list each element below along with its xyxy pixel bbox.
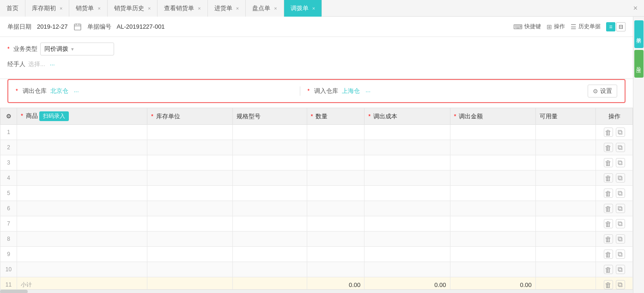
- tab-stocktake[interactable]: 盘点单 ×: [246, 0, 284, 17]
- history-button[interactable]: ☰ 历史单据: [571, 23, 601, 31]
- cell-quantity-5[interactable]: [307, 186, 365, 201]
- cell-cost-4[interactable]: [365, 171, 450, 186]
- copy-icon-3[interactable]: ⧉: [616, 158, 625, 167]
- cell-unit-9[interactable]: [147, 247, 232, 262]
- in-warehouse-more-btn[interactable]: ···: [365, 88, 371, 95]
- copy-icon-4[interactable]: ⧉: [616, 173, 625, 183]
- copy-icon-7[interactable]: ⧉: [616, 219, 625, 228]
- tab-inventory-init-close[interactable]: ×: [60, 6, 62, 11]
- cell-unit-3[interactable]: [147, 155, 232, 171]
- cell-cost-7[interactable]: [365, 216, 450, 232]
- delete-icon-3[interactable]: 🗑: [604, 158, 613, 167]
- cell-cost-3[interactable]: [365, 155, 450, 171]
- tab-inventory-init[interactable]: 库存期初 ×: [25, 0, 69, 17]
- delete-icon-5[interactable]: 🗑: [604, 189, 613, 198]
- cell-available-1[interactable]: [535, 125, 595, 140]
- cell-product-7[interactable]: [17, 216, 147, 232]
- delete-icon-9[interactable]: 🗑: [604, 250, 613, 259]
- scrollbar-thumb[interactable]: [0, 290, 28, 293]
- cell-amount-8[interactable]: [450, 232, 535, 247]
- copy-icon-1[interactable]: ⧉: [616, 128, 625, 137]
- th-gear[interactable]: ⚙: [0, 108, 17, 125]
- cell-quantity-10[interactable]: [307, 262, 365, 277]
- settings-button[interactable]: ⚙ 设置: [588, 85, 617, 98]
- cell-spec-5[interactable]: [233, 186, 307, 201]
- cell-product-10[interactable]: [17, 262, 147, 277]
- tab-sales-order-close[interactable]: ×: [97, 6, 100, 11]
- cell-spec-6[interactable]: [233, 201, 307, 216]
- subtotal-copy-icon[interactable]: ⧉: [616, 280, 625, 289]
- cell-available-5[interactable]: [535, 186, 595, 201]
- cell-product-1[interactable]: [17, 125, 147, 140]
- cell-quantity-4[interactable]: [307, 171, 365, 186]
- shortcuts-button[interactable]: ⌨ 快捷键: [513, 23, 541, 31]
- cell-available-4[interactable]: [535, 171, 595, 186]
- document-panel-btn[interactable]: 单据: [634, 20, 644, 48]
- copy-icon-5[interactable]: ⧉: [616, 189, 625, 198]
- manager-more-btn[interactable]: ···: [50, 61, 55, 68]
- cell-amount-4[interactable]: [450, 171, 535, 186]
- cell-available-3[interactable]: [535, 155, 595, 171]
- delete-icon-2[interactable]: 🗑: [604, 143, 613, 152]
- tab-view-sales-close[interactable]: ×: [198, 6, 200, 11]
- export-panel-btn[interactable]: 导出: [634, 50, 644, 78]
- cell-cost-1[interactable]: [365, 125, 450, 140]
- layout-grid-icon[interactable]: ⊟: [616, 22, 626, 31]
- cell-product-4[interactable]: [17, 171, 147, 186]
- tab-home[interactable]: 首页: [0, 0, 25, 17]
- cell-product-6[interactable]: [17, 201, 147, 216]
- copy-icon-8[interactable]: ⧉: [616, 234, 625, 244]
- tab-sales-history[interactable]: 销货单历史 ×: [108, 0, 158, 17]
- delete-icon-4[interactable]: 🗑: [604, 173, 613, 183]
- horizontal-scrollbar[interactable]: [0, 289, 633, 293]
- cell-quantity-9[interactable]: [307, 247, 365, 262]
- cell-unit-6[interactable]: [147, 201, 232, 216]
- cell-spec-4[interactable]: [233, 171, 307, 186]
- cell-quantity-7[interactable]: [307, 216, 365, 232]
- cell-amount-1[interactable]: [450, 125, 535, 140]
- calendar-icon[interactable]: [73, 23, 82, 31]
- cell-available-9[interactable]: [535, 247, 595, 262]
- copy-icon-6[interactable]: ⧉: [616, 204, 625, 213]
- cell-spec-2[interactable]: [233, 140, 307, 155]
- tab-view-sales[interactable]: 查看销货单 ×: [158, 0, 207, 17]
- cell-spec-1[interactable]: [233, 125, 307, 140]
- operations-button[interactable]: ⊞ 操作: [547, 23, 565, 31]
- cell-cost-9[interactable]: [365, 247, 450, 262]
- cell-spec-10[interactable]: [233, 262, 307, 277]
- cell-amount-6[interactable]: [450, 201, 535, 216]
- in-warehouse-value[interactable]: 上海仓: [342, 87, 360, 95]
- cell-product-9[interactable]: [17, 247, 147, 262]
- subtotal-delete-icon[interactable]: 🗑: [604, 280, 613, 289]
- manager-input[interactable]: 选择...: [28, 60, 45, 68]
- business-type-select[interactable]: 同价调拨 ▾: [40, 43, 114, 55]
- cell-unit-1[interactable]: [147, 125, 232, 140]
- cell-cost-5[interactable]: [365, 186, 450, 201]
- cell-unit-7[interactable]: [147, 216, 232, 232]
- tab-transfer-close[interactable]: ×: [312, 6, 315, 11]
- copy-icon-9[interactable]: ⧉: [616, 250, 625, 259]
- delete-icon-10[interactable]: 🗑: [604, 265, 613, 274]
- copy-icon-10[interactable]: ⧉: [616, 265, 625, 274]
- cell-product-2[interactable]: [17, 140, 147, 155]
- cell-product-3[interactable]: [17, 155, 147, 171]
- scan-button[interactable]: 扫码录入: [39, 111, 69, 121]
- cell-quantity-6[interactable]: [307, 201, 365, 216]
- delete-icon-1[interactable]: 🗑: [604, 128, 613, 137]
- window-close-button[interactable]: ×: [627, 4, 644, 12]
- cell-spec-3[interactable]: [233, 155, 307, 171]
- cell-available-2[interactable]: [535, 140, 595, 155]
- out-warehouse-value[interactable]: 北京仓: [50, 87, 68, 95]
- cell-amount-7[interactable]: [450, 216, 535, 232]
- cell-spec-8[interactable]: [233, 232, 307, 247]
- cell-product-8[interactable]: [17, 232, 147, 247]
- cell-unit-10[interactable]: [147, 262, 232, 277]
- cell-spec-9[interactable]: [233, 247, 307, 262]
- cell-unit-5[interactable]: [147, 186, 232, 201]
- cell-cost-6[interactable]: [365, 201, 450, 216]
- cell-amount-3[interactable]: [450, 155, 535, 171]
- out-warehouse-more-btn[interactable]: ···: [74, 88, 79, 95]
- cell-unit-2[interactable]: [147, 140, 232, 155]
- tab-transfer[interactable]: 调拨单 ×: [284, 0, 322, 17]
- tab-sales-history-close[interactable]: ×: [148, 6, 151, 11]
